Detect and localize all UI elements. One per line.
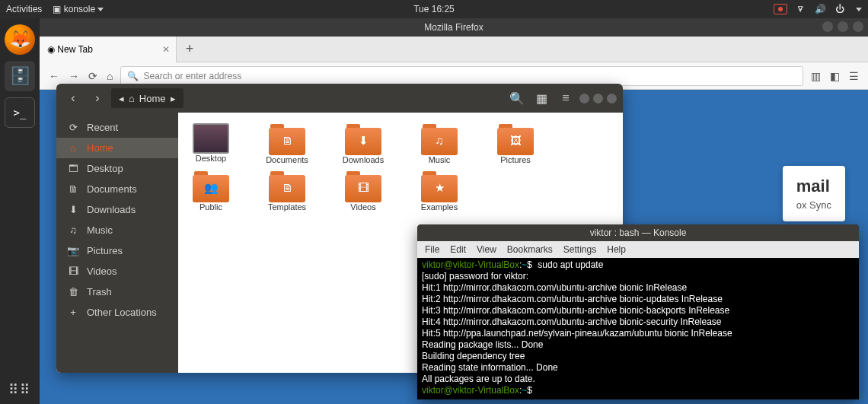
files-headerbar: ‹ › ◂ ⌂ Home ▸ 🔍 ▦ ≡ bbox=[56, 84, 623, 113]
menu-icon[interactable]: ☰ bbox=[849, 70, 859, 82]
sidebar-label: Home bbox=[87, 142, 113, 154]
folder-examples[interactable]: ★Examples bbox=[413, 170, 466, 212]
terminal-output[interactable]: viktor@viktor-VirtualBox:~$ sudo apt upd… bbox=[417, 258, 859, 398]
path-bar[interactable]: ◂ ⌂ Home ▸ bbox=[111, 88, 183, 108]
home-icon: ⌂ bbox=[129, 93, 135, 104]
reload-icon[interactable]: ⟳ bbox=[88, 70, 97, 82]
folder-icon: 🖼 bbox=[497, 123, 534, 155]
home-icon[interactable]: ⌂ bbox=[107, 70, 113, 82]
max-icon[interactable] bbox=[593, 94, 603, 103]
system-menu-icon[interactable] bbox=[856, 8, 862, 11]
folder-documents[interactable]: 🗎Documents bbox=[260, 123, 314, 164]
sidebar-icon: ♫ bbox=[67, 224, 79, 236]
folder-icon: 🗎 bbox=[269, 123, 305, 155]
tab-newtab[interactable]: ◉ New Tab ✕ bbox=[40, 37, 177, 62]
tab-close-icon[interactable]: ✕ bbox=[162, 44, 170, 55]
folder-icon: 🎞 bbox=[345, 170, 381, 202]
volume-icon[interactable]: 🔊 bbox=[815, 4, 826, 14]
path-sep-icon: ▸ bbox=[171, 93, 176, 104]
sidebar-icon: 🗔 bbox=[67, 163, 79, 174]
power-icon[interactable]: ⏻ bbox=[835, 4, 844, 14]
sidebar-icon: 🗎 bbox=[67, 183, 79, 195]
menu-bookmarks[interactable]: Bookmarks bbox=[507, 244, 553, 255]
sidebar-item-downloads[interactable]: ⬇Downloads bbox=[56, 199, 178, 220]
menu-edit[interactable]: Edit bbox=[450, 244, 466, 255]
new-tab-button[interactable]: + bbox=[177, 41, 203, 57]
folder-label: Examples bbox=[421, 202, 458, 212]
min-icon[interactable] bbox=[579, 94, 589, 103]
max-icon[interactable] bbox=[838, 21, 848, 32]
menu-view[interactable]: View bbox=[477, 244, 496, 255]
folder-icon: ★ bbox=[421, 170, 458, 202]
close-icon[interactable] bbox=[853, 21, 863, 32]
sidebar-label: Videos bbox=[87, 266, 117, 277]
sidebar-item-videos[interactable]: 🎞Videos bbox=[56, 261, 178, 282]
library-icon[interactable]: ▥ bbox=[811, 70, 821, 82]
files-sidebar: ⟳Recent⌂Home🗔Desktop🗎Documents⬇Downloads… bbox=[56, 113, 178, 373]
folder-label: Documents bbox=[266, 155, 308, 164]
sidebar-item-documents[interactable]: 🗎Documents bbox=[56, 179, 178, 199]
search-icon: 🔍 bbox=[127, 71, 139, 81]
app-indicator[interactable]: ▣ konsole bbox=[53, 4, 104, 14]
folder-downloads[interactable]: ⬇Downloads bbox=[337, 123, 390, 164]
back-button[interactable]: ‹ bbox=[62, 88, 84, 108]
sidebar-label: Music bbox=[87, 224, 113, 236]
sidebar-item-other-locations[interactable]: +Other Locations bbox=[56, 302, 178, 323]
folder-templates[interactable]: 🗎Templates bbox=[260, 170, 314, 212]
forward-icon[interactable]: → bbox=[69, 70, 79, 82]
forward-button[interactable]: › bbox=[87, 88, 108, 108]
url-placeholder: Search or enter address bbox=[143, 71, 241, 81]
clock[interactable]: Tue 16:25 bbox=[413, 4, 455, 14]
sidebar-item-trash[interactable]: 🗑Trash bbox=[56, 282, 178, 302]
sidebar-icon: ⬇ bbox=[67, 204, 79, 215]
menu-file[interactable]: File bbox=[425, 244, 439, 255]
sidebar-icon: 🗑 bbox=[67, 286, 79, 297]
folder-music[interactable]: ♫Music bbox=[413, 123, 466, 164]
konsole-titlebar: viktor : bash — Konsole bbox=[417, 224, 859, 241]
grid-view-icon[interactable]: ▦ bbox=[531, 88, 552, 108]
screen-record-icon[interactable] bbox=[774, 4, 787, 14]
sidebar-item-music[interactable]: ♫Music bbox=[56, 220, 178, 240]
dock-show-apps-icon[interactable]: ⠿⠿ bbox=[8, 381, 31, 398]
gnome-panel: Activities ▣ konsole Tue 16:25 ⛛ 🔊 ⏻ bbox=[0, 0, 868, 18]
sidebar-item-pictures[interactable]: 📷Pictures bbox=[56, 240, 178, 261]
search-icon[interactable]: 🔍 bbox=[506, 88, 528, 108]
dock-terminal-icon[interactable]: >_ bbox=[5, 97, 35, 128]
back-icon[interactable]: ← bbox=[49, 70, 59, 82]
card-subtitle: ox Sync bbox=[796, 199, 831, 211]
sidebar-item-desktop[interactable]: 🗔Desktop bbox=[56, 158, 178, 179]
path-label: Home bbox=[139, 93, 166, 104]
sidebar-label: Desktop bbox=[87, 163, 123, 174]
sidebar-item-recent[interactable]: ⟳Recent bbox=[56, 117, 178, 138]
sidebar-icon: 🎞 bbox=[67, 266, 79, 277]
folder-videos[interactable]: 🎞Videos bbox=[337, 170, 390, 212]
dock-files-icon[interactable]: 🗄️ bbox=[5, 61, 35, 91]
close-icon[interactable] bbox=[607, 94, 617, 103]
tab-label: New Tab bbox=[57, 44, 92, 55]
konsole-menubar: FileEditViewBookmarksSettingsHelp bbox=[417, 241, 859, 258]
folder-label: Music bbox=[429, 155, 451, 164]
sidebar-icon[interactable]: ◧ bbox=[830, 70, 840, 82]
dock-firefox-icon[interactable]: 🦊 bbox=[5, 24, 35, 55]
activities-button[interactable]: Activities bbox=[6, 4, 42, 14]
url-bar[interactable]: 🔍 Search or enter address bbox=[120, 66, 803, 86]
sidebar-label: Recent bbox=[87, 122, 118, 133]
folder-icon: ⬇ bbox=[345, 123, 381, 155]
list-view-icon[interactable]: ≡ bbox=[555, 88, 576, 108]
card-title: mail bbox=[796, 177, 831, 196]
folder-public[interactable]: 👥Public bbox=[184, 170, 238, 212]
min-icon[interactable] bbox=[822, 21, 833, 32]
folder-desktop[interactable]: Desktop bbox=[184, 123, 238, 164]
folder-label: Public bbox=[199, 202, 222, 212]
sidebar-icon: ⌂ bbox=[67, 142, 79, 154]
menu-settings[interactable]: Settings bbox=[563, 244, 596, 255]
menu-help[interactable]: Help bbox=[607, 244, 626, 255]
network-icon[interactable]: ⛛ bbox=[796, 4, 806, 14]
sidebar-icon: 📷 bbox=[67, 245, 79, 256]
folder-pictures[interactable]: 🖼Pictures bbox=[489, 123, 542, 164]
sync-card: mail ox Sync bbox=[783, 166, 845, 221]
sidebar-item-home[interactable]: ⌂Home bbox=[56, 138, 178, 158]
folder-icon: 👥 bbox=[193, 170, 229, 202]
dock: 🦊 🗄️ >_ ⠿⠿ bbox=[0, 18, 40, 404]
desktop-icon bbox=[193, 123, 229, 154]
